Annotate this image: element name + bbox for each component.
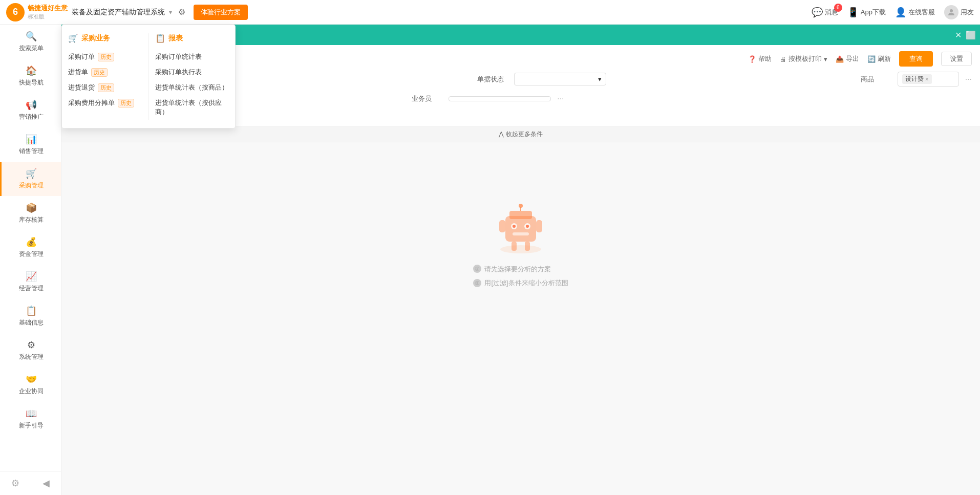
sidebar-item-finance[interactable]: 💰 资金管理 — [0, 230, 61, 265]
svg-rect-12 — [525, 242, 530, 251]
sidebar-item-purchase[interactable]: 🛒 采购管理 — [0, 162, 61, 196]
online-service-btn[interactable]: 👤 在线客服 — [895, 7, 935, 18]
user-label: 用友 — [961, 8, 974, 17]
menu-item-po-stat[interactable]: 采购订单统计表 — [155, 49, 229, 64]
sidebar-item-label: 营销推广 — [19, 113, 44, 121]
sales-icon: 📊 — [26, 134, 37, 145]
history-badge: 历史 — [91, 68, 108, 77]
top-nav-right: 💬 消息 6 📱 App下载 👤 在线客服 用友 — [812, 5, 974, 19]
empty-illustration — [490, 201, 551, 257]
export-btn[interactable]: 📤 导出 — [836, 54, 859, 63]
svg-rect-11 — [512, 242, 517, 251]
menu-item-label: 进货退货 — [68, 83, 95, 92]
dropdown-menu: 🛒 采购业务 采购订单 历史 进货单 历史 进货退货 历史 采购费用分摊单 历史 — [61, 25, 236, 128]
menu-item-label: 采购订单 — [68, 52, 95, 61]
user-btn[interactable]: 用友 — [944, 5, 974, 19]
empty-hint-2: 用[过滤]条件来缩小分析范围 — [484, 277, 568, 289]
sidebar-item-label: 企业协同 — [19, 387, 44, 396]
staff-field[interactable] — [449, 96, 551, 101]
message-btn[interactable]: 💬 消息 6 — [812, 7, 838, 18]
refresh-icon: 🔄 — [867, 55, 876, 63]
status-label: 单据状态 — [477, 75, 508, 84]
tab-maximize-icon[interactable]: ⬜ — [966, 30, 976, 40]
refresh-btn[interactable]: 🔄 刷新 — [867, 54, 891, 63]
svg-point-0 — [950, 9, 953, 12]
sidebar-item-operation[interactable]: 📈 经营管理 — [0, 265, 61, 299]
menu-item-label: 进货单统计表（按供应商） — [155, 98, 229, 117]
export-icon: 📤 — [836, 55, 844, 63]
operation-icon: 📈 — [26, 271, 37, 282]
menu-item-po-exec[interactable]: 采购订单执行表 — [155, 64, 229, 80]
sidebar-item-collab[interactable]: 🤝 企业协同 — [0, 368, 61, 402]
search-menu-icon: 🔍 — [26, 31, 37, 42]
history-badge: 历史 — [98, 83, 114, 92]
svg-point-1 — [500, 245, 541, 253]
menu-item-goods-receipt[interactable]: 进货单 历史 — [68, 64, 142, 80]
sidebar-item-inventory[interactable]: 📦 库存核算 — [0, 196, 61, 230]
logo-icon: 6 — [6, 3, 25, 21]
menu-item-receipt-by-goods[interactable]: 进货单统计表（按商品） — [155, 80, 229, 95]
svg-rect-3 — [509, 211, 532, 219]
sidebar-item-nav[interactable]: 🏠 快捷导航 — [0, 59, 61, 93]
report-section-icon: 📋 — [155, 33, 165, 43]
sidebar-item-label: 库存核算 — [19, 216, 44, 224]
empty-hint-1: 请先选择要分析的方案 — [484, 263, 551, 275]
sidebar-collapse-icon[interactable]: ◀ — [42, 478, 50, 489]
history-badge: 历史 — [98, 53, 114, 61]
print-btn[interactable]: 🖨 按模板打印 ▾ — [780, 54, 827, 63]
sidebar-item-label: 搜索菜单 — [19, 44, 44, 53]
inventory-icon: 📦 — [26, 202, 37, 213]
history-badge: 历史 — [118, 99, 134, 107]
query-btn[interactable]: 查询 — [899, 51, 933, 67]
finance-icon: 💰 — [26, 236, 37, 248]
staff-label: 业务员 — [412, 94, 442, 103]
app-download-label: App下载 — [861, 8, 886, 17]
system-name: 装备及固定资产辅助管理系统 — [72, 8, 165, 17]
menu-item-purchase-order[interactable]: 采购订单 历史 — [68, 49, 142, 64]
staff-dots-btn[interactable]: ··· — [557, 94, 564, 103]
sidebar-item-system[interactable]: ⚙ 系统管理 — [0, 333, 61, 368]
set-btn[interactable]: 设置 — [941, 52, 972, 66]
dropdown-arrow-icon[interactable]: ▾ — [169, 9, 172, 16]
sidebar-item-label: 经营管理 — [19, 284, 44, 293]
top-nav-center: 装备及固定资产辅助管理系统 ▾ ⚙ 体验行业方案 — [68, 5, 812, 20]
sidebar-item-label: 新手引导 — [19, 421, 44, 430]
sidebar-item-basic[interactable]: 📋 基础信息 — [0, 299, 61, 333]
tab-bar-actions: ✕ ⬜ — [955, 30, 976, 40]
sidebar-item-label: 销售管理 — [19, 147, 44, 156]
sidebar-item-guide[interactable]: 📖 新手引导 — [0, 402, 61, 436]
message-badge: 6 — [834, 4, 842, 12]
menu-section-report: 📋 报表 采购订单统计表 采购订单执行表 进货单统计表（按商品） 进货单统计表（… — [149, 29, 236, 124]
empty-text: ① 请先选择要分析的方案 ② 用[过滤]条件来缩小分析范围 — [473, 263, 568, 289]
sidebar-item-label: 系统管理 — [19, 353, 44, 361]
print-icon: 🖨 — [780, 55, 786, 63]
settings-icon[interactable]: ⚙ — [178, 7, 185, 17]
basic-icon: 📋 — [26, 305, 37, 316]
collab-icon: 🤝 — [26, 374, 37, 385]
goods-field[interactable]: 设计费 × — [898, 72, 959, 87]
sidebar-item-search[interactable]: 🔍 搜索菜单 — [0, 25, 61, 59]
goods-dots-btn[interactable]: ··· — [965, 75, 972, 84]
app-download-btn[interactable]: 📱 App下载 — [847, 7, 886, 18]
sidebar-item-sales[interactable]: 📊 销售管理 — [0, 127, 61, 162]
menu-section-purchase: 🛒 采购业务 采购订单 历史 进货单 历史 进货退货 历史 采购费用分摊单 历史 — [62, 29, 148, 124]
goods-tag-close-icon[interactable]: × — [925, 76, 929, 83]
collapse-bar[interactable]: ⋀ 收起更多条件 — [61, 127, 980, 142]
menu-item-receipt-by-supplier[interactable]: 进货单统计表（按供应商） — [155, 95, 229, 120]
purchase-icon: 🛒 — [26, 168, 37, 179]
help-icon: ❓ — [748, 55, 756, 63]
menu-item-purchase-expense[interactable]: 采购费用分摊单 历史 — [68, 95, 142, 111]
empty-state: ① 请先选择要分析的方案 ② 用[过滤]条件来缩小分析范围 — [61, 142, 980, 347]
goods-label: 商品 — [861, 75, 891, 84]
top-bar: 6 畅捷通好生意 标准版 装备及固定资产辅助管理系统 ▾ ⚙ 体验行业方案 💬 … — [0, 0, 980, 25]
industry-btn[interactable]: 体验行业方案 — [194, 5, 248, 20]
menu-item-label: 进货单 — [68, 68, 88, 77]
tab-close-window-icon[interactable]: ✕ — [955, 30, 962, 40]
status-select[interactable]: ▾ — [514, 73, 606, 85]
marketing-icon: 📢 — [26, 99, 37, 111]
sidebar-settings-icon[interactable]: ⚙ — [11, 478, 19, 489]
sidebar-item-marketing[interactable]: 📢 营销推广 — [0, 93, 61, 127]
menu-item-goods-return[interactable]: 进货退货 历史 — [68, 80, 142, 95]
print-dropdown-icon[interactable]: ▾ — [824, 55, 827, 63]
help-btn[interactable]: ❓ 帮助 — [748, 54, 772, 63]
